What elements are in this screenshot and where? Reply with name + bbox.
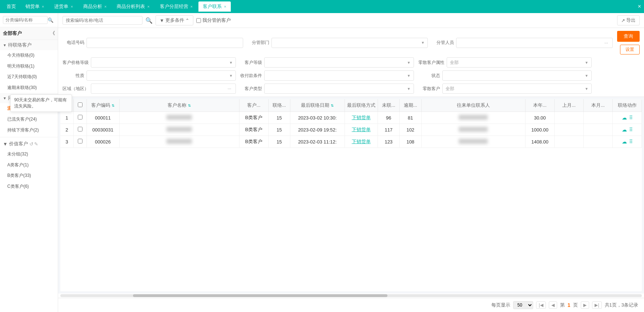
current-page: 第 bbox=[560, 302, 565, 308]
table-area: ⚙ 客户编码 ⇅ 客户名称 ⇅ 客户... bbox=[60, 99, 642, 291]
filter-custtype-select[interactable]: ▼ bbox=[264, 84, 414, 94]
first-page-btn[interactable]: |◀ bbox=[536, 301, 546, 309]
row-lastway[interactable]: 下销货单 bbox=[345, 112, 378, 124]
my-customers-checkbox[interactable] bbox=[196, 18, 201, 23]
sidebar-item-class-a[interactable]: A类客户(1) bbox=[0, 160, 58, 171]
close-tab-purchase[interactable]: × bbox=[71, 4, 73, 9]
scrollbar-thumb[interactable] bbox=[133, 294, 387, 297]
sidebar-item-overdue-contact[interactable]: 逾期未联络(30) bbox=[0, 82, 58, 93]
settings-button[interactable]: 设置 bbox=[620, 45, 640, 54]
sidebar-item-today[interactable]: 今天待联络(0) bbox=[0, 50, 58, 61]
main-layout: 🔍 全部客户 《 ▼ 待联络客户 今天待联络(0) 明天待联络(1) 近7天待联… bbox=[0, 13, 644, 312]
filter-more-btn[interactable]: ▼ 更多条件 ⌃ bbox=[156, 15, 193, 25]
close-tab-sales[interactable]: × bbox=[42, 4, 44, 9]
nav-tab-analysis-list[interactable]: 商品分析列表 × bbox=[112, 1, 154, 12]
row-checkbox[interactable] bbox=[78, 115, 82, 119]
sidebar-item-class-b[interactable]: B类客户(33) bbox=[0, 170, 58, 181]
row-type: B类客户 bbox=[239, 136, 268, 148]
filter-phone-input[interactable] bbox=[86, 38, 243, 48]
my-customers-filter[interactable]: 我分管的客户 bbox=[196, 17, 231, 24]
sidebar-section-value[interactable]: ▼ 价值客户 ↺ ✎ bbox=[0, 139, 58, 149]
filter-dept-select[interactable]: ▼ bbox=[271, 38, 428, 48]
row-thisyear: 1000.00 bbox=[526, 124, 555, 136]
row-thismonth bbox=[584, 136, 613, 148]
row-checkbox-cell bbox=[73, 112, 86, 124]
contact-action-icon[interactable]: ☁ bbox=[622, 115, 627, 121]
row-unitcontact bbox=[421, 112, 525, 124]
sidebar-item-churned[interactable]: 已流失客户(24) bbox=[0, 114, 58, 125]
more-action-icon[interactable]: ⠿ bbox=[629, 115, 633, 121]
sidebar-search-input[interactable] bbox=[3, 16, 48, 24]
nav-tab-analysis[interactable]: 商品分析 × bbox=[79, 1, 111, 12]
edit-icon[interactable]: ✎ bbox=[34, 141, 38, 147]
prev-page-btn[interactable]: ◀ bbox=[549, 301, 557, 309]
sidebar-item-class-c[interactable]: C类客户(6) bbox=[0, 181, 58, 192]
col-code-header[interactable]: 客户编码 ⇅ bbox=[86, 99, 119, 112]
row-checkbox-cell bbox=[73, 136, 86, 148]
row-contact: 15 bbox=[268, 124, 290, 136]
row-lastway[interactable]: 下销货单 bbox=[345, 136, 378, 148]
close-tab-analysis[interactable]: × bbox=[104, 4, 106, 9]
nav-tab-sales[interactable]: 销货单 × bbox=[21, 1, 48, 12]
query-button[interactable]: 查询 bbox=[617, 31, 640, 42]
sidebar-item-tomorrow[interactable]: 明天待联络(1) bbox=[0, 61, 58, 72]
filter-gender-select[interactable]: ▼ bbox=[86, 70, 236, 81]
region-more-icon[interactable]: ··· bbox=[226, 86, 233, 91]
filter-payment-select[interactable]: ▼ bbox=[264, 70, 414, 81]
nav-tab-customer-contact[interactable]: 客户联系 × bbox=[198, 1, 230, 12]
row-lastdate: 2023-03-02 10:30: bbox=[290, 112, 345, 124]
refresh-icon[interactable]: ↺ bbox=[29, 141, 33, 147]
nav-tab-customer-layer[interactable]: 客户分层经营 × bbox=[156, 1, 197, 12]
nav-home[interactable]: 首页 bbox=[3, 2, 20, 11]
more-action-icon[interactable]: ⠿ bbox=[629, 127, 633, 133]
filter-zeroattr-select[interactable]: 全部 ▼ bbox=[447, 57, 592, 68]
row-lastway[interactable]: 下销货单 bbox=[345, 124, 378, 136]
nav-tab-purchase[interactable]: 进货单 × bbox=[50, 1, 77, 12]
close-tab-customer-contact[interactable]: × bbox=[224, 4, 226, 9]
sidebar-section-pending[interactable]: ▼ 待联络客户 bbox=[0, 40, 58, 50]
contact-action-icon[interactable]: ☁ bbox=[622, 127, 627, 133]
row-name bbox=[119, 124, 239, 136]
sidebar-item-declining[interactable]: 持续下滑客户(2) bbox=[0, 125, 58, 136]
more-action-icon[interactable]: ⠿ bbox=[629, 139, 633, 145]
contact-action-icon[interactable]: ☁ bbox=[622, 139, 627, 145]
row-lastmonth bbox=[555, 112, 584, 124]
adv-filter-row-4: 区域（地区） ··· 客户类型 ▼ 零散客户 全部 bbox=[63, 84, 640, 94]
row-checkbox[interactable] bbox=[78, 139, 82, 143]
row-type: B类客户 bbox=[239, 112, 268, 124]
manager-more-icon[interactable]: ··· bbox=[603, 40, 609, 45]
sidebar-collapse-icon[interactable]: 《 bbox=[50, 30, 55, 37]
row-unitcontact bbox=[421, 136, 525, 148]
sidebar-item-ungroup[interactable]: 未分组(32) bbox=[0, 149, 58, 160]
per-page-select[interactable]: 50 20 100 bbox=[513, 301, 533, 309]
horizontal-scrollbar[interactable] bbox=[58, 293, 644, 298]
close-all-btn[interactable]: × bbox=[638, 3, 641, 10]
top-nav: 首页 销货单 × 进货单 × 商品分析 × 商品分析列表 × 客户分层经营 × … bbox=[0, 0, 644, 13]
filter-manager-select[interactable]: ··· bbox=[456, 38, 613, 48]
filter-status-select[interactable]: ▼ bbox=[442, 70, 592, 81]
filter-search-input[interactable] bbox=[63, 16, 142, 25]
filter-custlevel-select[interactable]: ▼ bbox=[264, 57, 414, 68]
export-button[interactable]: ↗ 导出 bbox=[617, 15, 640, 25]
filter-search-button[interactable]: 🔍 bbox=[145, 17, 153, 24]
close-tab-customer-layer[interactable]: × bbox=[190, 4, 193, 9]
total-pages-label: 共1页，3条记录 bbox=[605, 302, 638, 308]
filter-pricelevel-select[interactable]: ▼ bbox=[91, 57, 236, 68]
adv-filter-panel: 电话号码 分管部门 ▼ 分管人员 ··· bbox=[58, 28, 644, 97]
col-name-header[interactable]: 客户名称 ⇅ bbox=[119, 99, 239, 112]
select-all-checkbox[interactable] bbox=[78, 102, 82, 107]
col-lastdate-header[interactable]: 最后联络日期 ⇅ bbox=[290, 99, 345, 112]
filter-region-select[interactable]: ··· bbox=[91, 84, 236, 94]
close-tab-analysis-list[interactable]: × bbox=[147, 4, 149, 9]
table-row: 1 000011 B类客户 15 2023-03-02 10:30: 下销货单 … bbox=[60, 112, 642, 124]
filter-zero-select[interactable]: 全部 ▼ bbox=[442, 84, 592, 94]
sidebar-item-7days[interactable]: 近7天待联络(0) bbox=[0, 72, 58, 82]
payment-chevron-icon: ▼ bbox=[407, 74, 411, 78]
table-row: 2 00030031 B类客户 15 2023-02-09 19:52: 下销货… bbox=[60, 124, 642, 136]
sidebar-all-customers[interactable]: 全部客户 《 bbox=[0, 27, 58, 40]
next-page-btn[interactable]: ▶ bbox=[581, 301, 589, 309]
gender-chevron-icon: ▼ bbox=[229, 74, 233, 78]
row-checkbox[interactable] bbox=[78, 127, 82, 131]
last-page-btn[interactable]: ▶| bbox=[592, 301, 601, 309]
zeroattr-chevron-icon: ▼ bbox=[585, 61, 588, 65]
